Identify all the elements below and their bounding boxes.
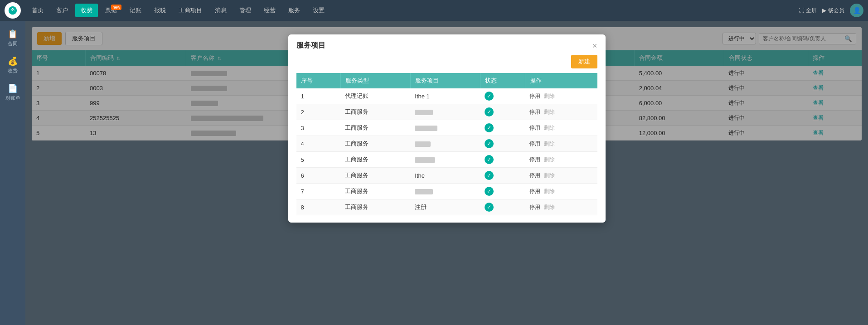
modal-cell-item [410,184,480,199]
status-active-icon: ✓ [485,92,494,101]
modal-cell-type: 工商服务 [340,104,410,120]
modal-cell-status: ✓ [480,168,525,184]
nav-tax[interactable]: 报税 [149,4,171,17]
modal-cell-action[interactable]: 停用 删除 [525,184,597,199]
modal-table-row: 2 工商服务 ✓ 停用 删除 [296,104,597,120]
service-modal: 服务项目 × 新建 序号 服务类型 服务项目 状态 [288,34,606,223]
modal-new-button[interactable]: 新建 [571,55,597,68]
delete-link[interactable]: 删除 [544,109,555,115]
delete-link[interactable]: 删除 [544,172,555,179]
nav-manage[interactable]: 管理 [234,4,257,17]
app-logo[interactable] [5,2,21,19]
modal-cell-status: ✓ [480,152,525,168]
modal-cell-type: 工商服务 [340,120,410,136]
delete-link[interactable]: 删除 [544,141,555,147]
modal-col-status: 状态 [480,73,525,88]
modal-table-row: 7 工商服务 ✓ 停用 删除 [296,184,597,199]
content-area: 新增 服务项目 进行中 已完成 已取消 🔍 [25,21,868,325]
modal-cell-action[interactable]: 停用 删除 [525,199,597,215]
modal-col-item: 服务项目 [410,73,480,88]
modal-cell-type: 代理记账 [340,88,410,104]
modal-col-type: 服务类型 [340,73,410,88]
modal-data-table: 序号 服务类型 服务项目 状态 操作 1 代理记账 Ithe 1 ✓ 停用 删除 [296,73,597,215]
sidebar-item-label: 收费 [8,68,18,74]
delete-link[interactable]: 删除 [544,125,555,131]
stop-link[interactable]: 停用 [529,188,540,194]
member-btn[interactable]: ▶ 畅会员 [822,7,844,15]
nav-ticket[interactable]: 票据 new [100,4,122,17]
nav-settings[interactable]: 设置 [307,4,330,17]
delete-link[interactable]: 删除 [544,93,555,99]
sidebar-item-duizhang[interactable]: 📄 对账单 [1,80,24,105]
delete-link[interactable]: 删除 [544,204,555,210]
modal-table-row: 3 工商服务 ✓ 停用 删除 [296,120,597,136]
modal-cell-item: Ithe [410,168,480,184]
modal-cell-action[interactable]: 停用 删除 [525,120,597,136]
item-text: Ithe [415,172,425,179]
modal-cell-seq: 5 [296,152,341,168]
modal-table-wrap[interactable]: 序号 服务类型 服务项目 状态 操作 1 代理记账 Ithe 1 ✓ 停用 删除 [288,73,606,215]
modal-cell-item [410,152,480,168]
blurred-item [415,141,431,147]
modal-cell-action[interactable]: 停用 删除 [525,104,597,120]
nav-home[interactable]: 首页 [26,4,49,17]
stop-link[interactable]: 停用 [529,204,540,210]
modal-cell-action[interactable]: 停用 删除 [525,168,597,184]
stop-link[interactable]: 停用 [529,125,540,131]
modal-table-row: 8 工商服务 注册 ✓ 停用 删除 [296,199,597,215]
stop-link[interactable]: 停用 [529,93,540,99]
modal-cell-type: 工商服务 [340,136,410,152]
nav-message[interactable]: 消息 [209,4,232,17]
fullscreen-icon: ⛶ [799,7,804,14]
blurred-item [415,126,437,131]
fullscreen-btn[interactable]: ⛶ 全屏 [799,7,817,15]
nav-business[interactable]: 工商项目 [173,4,208,17]
blurred-item [415,157,435,163]
stop-link[interactable]: 停用 [529,109,540,115]
stop-link[interactable]: 停用 [529,156,540,163]
modal-cell-item [410,120,480,136]
sidebar-item-shoufei[interactable]: 💰 收费 [1,53,24,78]
sidebar-item-label: 对账单 [5,95,20,102]
sidebar-item-label: 合同 [8,40,18,47]
modal-table-row: 4 工商服务 ✓ 停用 删除 [296,136,597,152]
modal-cell-seq: 2 [296,104,341,120]
nav-finance[interactable]: 经营 [258,4,281,17]
nav-account[interactable]: 记账 [124,4,147,17]
modal-cell-action[interactable]: 停用 删除 [525,152,597,168]
modal-cell-action[interactable]: 停用 删除 [525,136,597,152]
avatar[interactable]: 👤 [850,4,863,17]
modal-cell-item: Ithe 1 [410,88,480,104]
modal-cell-seq: 8 [296,199,341,215]
modal-cell-seq: 7 [296,184,341,199]
nav-shoufei[interactable]: 收费 [75,4,98,17]
modal-cell-status: ✓ [480,88,525,104]
modal-col-seq: 序号 [296,73,341,88]
status-active-icon: ✓ [485,139,494,148]
delete-link[interactable]: 删除 [544,188,555,194]
delete-link[interactable]: 删除 [544,156,555,163]
item-text: Ithe 1 [415,93,430,100]
stop-link[interactable]: 停用 [529,141,540,147]
stop-link[interactable]: 停用 [529,172,540,179]
blurred-item [415,189,433,194]
modal-cell-seq: 4 [296,136,341,152]
modal-cell-seq: 3 [296,120,341,136]
sidebar-item-contract[interactable]: 📋 合同 [1,25,24,51]
svg-point-1 [12,8,14,9]
modal-cell-status: ✓ [480,120,525,136]
modal-cell-status: ✓ [480,184,525,199]
modal-cell-action[interactable]: 停用 删除 [525,88,597,104]
top-nav: 首页 客户 收费 票据 new 记账 报税 工商项目 消息 管理 经营 服务 设… [0,0,868,21]
sidebar: 📋 合同 💰 收费 📄 对账单 [0,21,25,325]
modal-cell-status: ✓ [480,199,525,215]
modal-close-button[interactable]: × [592,42,597,50]
modal-cell-seq: 6 [296,168,341,184]
modal-cell-type: 工商服务 [340,199,410,215]
modal-cell-status: ✓ [480,104,525,120]
blurred-item [415,110,433,115]
modal-header: 服务项目 × [288,34,606,55]
nav-customer[interactable]: 客户 [51,4,73,17]
nav-service[interactable]: 服务 [283,4,305,17]
top-nav-right: ⛶ 全屏 ▶ 畅会员 👤 [799,4,863,17]
